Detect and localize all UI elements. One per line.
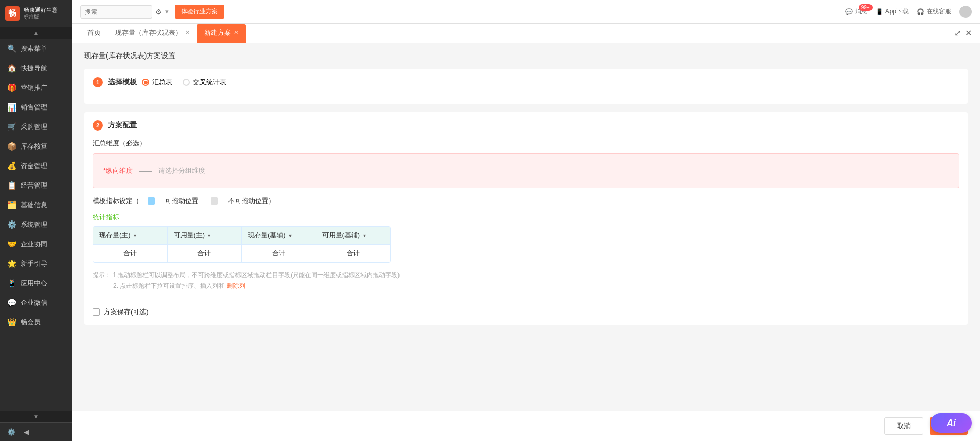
tab-home[interactable]: 首页 — [80, 24, 108, 43]
sidebar-item-new-guide[interactable]: 🌟 新手引导 — [0, 254, 72, 273]
sidebar-item-label: 应用中心 — [21, 279, 47, 288]
sidebar-item-purchase[interactable]: 🛒 采购管理 — [0, 117, 72, 137]
radio-cross-label: 交叉统计表 — [193, 78, 226, 87]
radio-summary-label: 汇总表 — [152, 78, 172, 87]
tab-new-scheme-label: 新建方案 — [204, 28, 231, 38]
user-avatar[interactable] — [959, 6, 972, 18]
tab-home-label: 首页 — [87, 28, 101, 38]
stats-col-2-label: 现存量(基辅) — [248, 231, 286, 240]
gear-button[interactable]: ⚙ — [155, 8, 162, 16]
stats-body-cell-0: 合计 — [93, 244, 168, 262]
radio-cross[interactable]: 交叉统计表 — [183, 78, 226, 87]
tab-inventory-status[interactable]: 现存量（库存状况表） ✕ — [108, 24, 197, 43]
sidebar-item-cooperation[interactable]: 🤝 企业协同 — [0, 234, 72, 254]
template-indicator-label: 模板指标设定（ — [93, 196, 139, 206]
search-menu-icon: 🔍 — [7, 44, 16, 53]
stats-body-cell-1: 合计 — [168, 244, 242, 262]
stats-col-3[interactable]: 可用量(基辅) ▾ — [316, 227, 391, 244]
stats-col-2[interactable]: 现存量(基辅) ▾ — [242, 227, 316, 244]
sidebar: 畅 畅康通好生意 标准版 ▲ 🔍 搜索菜单 🏠 快捷导航 🎁 营销推广 📊 销售… — [0, 0, 72, 441]
sidebar-item-marketing[interactable]: 🎁 营销推广 — [0, 78, 72, 98]
section1-title: 选择模板 — [108, 78, 137, 87]
tab-minimize-button[interactable]: ⤢ — [954, 28, 961, 38]
tip2-highlight: 删除列 — [227, 282, 245, 289]
topbar: ⚙ ▾ 体验行业方案 💬 消息 99+ 📱 App下载 🎧 在线客服 — [72, 0, 980, 24]
topbar-right: 💬 消息 99+ 📱 App下载 🎧 在线客服 — [845, 6, 972, 18]
sidebar-item-basic-info[interactable]: 🗂️ 基础信息 — [0, 195, 72, 215]
dimension-divider: —— — [139, 167, 152, 175]
membership-icon: 👑 — [7, 318, 16, 327]
sidebar-item-label: 库存核算 — [21, 142, 47, 151]
sidebar-item-label: 快捷导航 — [21, 64, 47, 73]
stats-header: 现存量(主) ▾ 可用量(主) ▾ 现存量(基辅) ▾ 可用量(基辅) — [93, 227, 390, 244]
tips-section: 提示： 1.拖动标题栏可以调整布局，不可跨维度或指标区域拖动栏目字段(只能在同一… — [93, 271, 959, 290]
dropdown-arrow[interactable]: ▾ — [165, 8, 169, 15]
sidebar-item-membership[interactable]: 👑 畅会员 — [0, 313, 72, 332]
summary-dimension-section: 汇总维度（必选） *纵向维度 —— 请选择分组维度 — [93, 139, 959, 188]
save-checkbox[interactable] — [93, 308, 100, 316]
stats-section: 统计指标 现存量(主) ▾ 可用量(主) ▾ 现存量(基辅) — [93, 213, 959, 263]
sidebar-item-finance[interactable]: 💰 资金管理 — [0, 156, 72, 176]
message-area[interactable]: 💬 消息 99+ — [845, 7, 867, 16]
dimension-required-label: *纵向维度 — [103, 166, 133, 175]
search-input[interactable] — [80, 5, 152, 19]
online-service-link[interactable]: 🎧 在线客服 — [917, 7, 951, 16]
sidebar-item-label: 企业协同 — [21, 240, 47, 249]
sidebar-item-label: 新手引导 — [21, 259, 47, 268]
sidebar-item-inventory[interactable]: 📦 库存核算 — [0, 137, 72, 156]
search-area: ⚙ ▾ — [80, 5, 169, 19]
online-service-label: 在线客服 — [927, 7, 951, 16]
main-area: ⚙ ▾ 体验行业方案 💬 消息 99+ 📱 App下载 🎧 在线客服 — [72, 0, 980, 441]
sidebar-item-wechat[interactable]: 💬 企业微信 — [0, 293, 72, 313]
cancel-button[interactable]: 取消 — [884, 417, 923, 435]
section2-title: 方案配置 — [108, 121, 137, 130]
sidebar-item-label: 畅会员 — [21, 318, 41, 327]
stats-col-0[interactable]: 现存量(主) ▾ — [93, 227, 168, 244]
save-option-label: 方案保存(可选) — [104, 307, 149, 317]
industry-button[interactable]: 体验行业方案 — [175, 5, 224, 19]
sidebar-item-search-menu[interactable]: 🔍 搜索菜单 — [0, 39, 72, 59]
sidebar-item-quick-nav[interactable]: 🏠 快捷导航 — [0, 59, 72, 78]
radio-summary[interactable]: 汇总表 — [142, 78, 172, 87]
stats-body-cell-3: 合计 — [316, 244, 391, 262]
col-0-chevron: ▾ — [134, 233, 136, 238]
quick-nav-icon: 🏠 — [7, 64, 16, 73]
section-config: 2 方案配置 汇总维度（必选） *纵向维度 —— 请选择分组维度 模板指标设定（ — [84, 112, 968, 325]
tab-new-scheme-close[interactable]: ✕ — [234, 29, 239, 36]
phone-icon: 📱 — [876, 8, 883, 15]
tab-actions: ⤢ ✕ — [954, 28, 972, 38]
settings-icon[interactable]: ⚙️ — [7, 428, 15, 436]
sidebar-item-operations[interactable]: 📋 经营管理 — [0, 176, 72, 195]
sidebar-item-label: 经营管理 — [21, 181, 47, 190]
section2-header: 2 方案配置 — [93, 120, 959, 131]
sidebar-item-label: 企业微信 — [21, 298, 47, 307]
scroll-down-arrow[interactable]: ▼ — [31, 412, 41, 421]
app-download-link[interactable]: 📱 App下载 — [876, 7, 909, 16]
tab-inventory-close[interactable]: ✕ — [185, 29, 190, 36]
app-center-icon: 📱 — [7, 279, 16, 288]
sidebar-item-label: 搜索菜单 — [21, 44, 47, 53]
sidebar-item-system[interactable]: ⚙️ 系统管理 — [0, 215, 72, 234]
wechat-icon: 💬 — [7, 298, 16, 307]
tab-close-button[interactable]: ✕ — [965, 28, 972, 38]
stats-label: 统计指标 — [93, 213, 959, 222]
footer-actions: 取消 查询 — [72, 411, 980, 441]
dimension-row: *纵向维度 —— 请选择分组维度 — [103, 166, 949, 175]
tab-new-scheme[interactable]: 新建方案 ✕ — [197, 24, 246, 43]
section2-number: 2 — [93, 120, 103, 131]
ai-badge[interactable]: Ai — [931, 413, 972, 433]
dimension-area: *纵向维度 —— 请选择分组维度 — [93, 153, 959, 188]
page-title: 现存量(库存状况表)方案设置 — [84, 51, 968, 61]
sidebar-item-sales[interactable]: 📊 销售管理 — [0, 98, 72, 117]
stats-col-1[interactable]: 可用量(主) ▾ — [168, 227, 242, 244]
scroll-up-arrow[interactable]: ▲ — [31, 28, 41, 38]
sidebar-item-label: 采购管理 — [21, 122, 47, 132]
collapse-icon[interactable]: ◀ — [24, 428, 29, 436]
dimension-placeholder[interactable]: 请选择分组维度 — [158, 166, 205, 175]
app-title: 畅康通好生意 — [24, 6, 58, 13]
sidebar-item-app-center[interactable]: 📱 应用中心 — [0, 273, 72, 293]
tip-prefix: 提示： — [93, 271, 111, 279]
section1-header: 1 选择模板 汇总表 交叉统计表 — [93, 77, 959, 87]
col-3-chevron: ▾ — [363, 233, 366, 238]
sidebar-footer: ⚙️ ◀ — [0, 422, 72, 441]
